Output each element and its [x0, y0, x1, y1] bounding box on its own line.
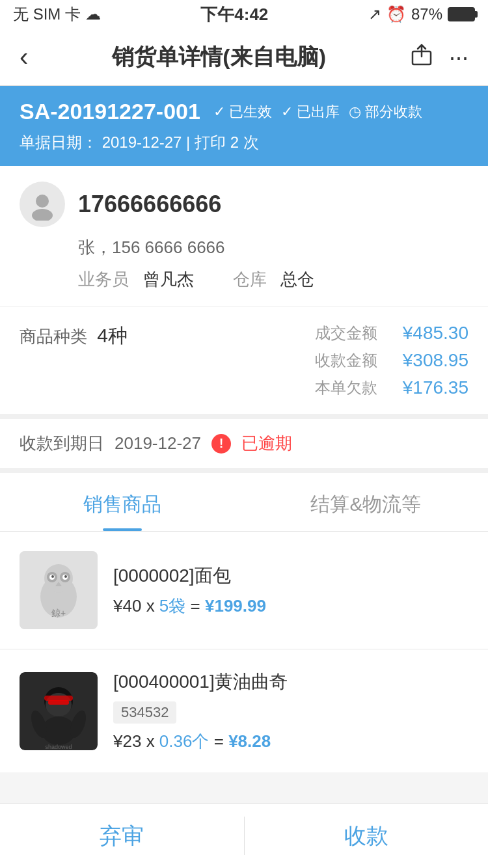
due-date-value: 2019-12-27 [115, 433, 201, 454]
tab-settlement[interactable]: 结算&物流等 [244, 473, 488, 531]
svg-point-2 [32, 209, 53, 221]
svg-rect-18 [44, 696, 73, 701]
product-list: 鲸+ [0000002]面包 ¥40 x 5袋 = ¥199.99 [0, 532, 488, 772]
product-info-2: [000400001]黄油曲奇 534532 ¥23 x 0.36个 = ¥8.… [113, 670, 468, 753]
order-header: SA-20191227-001 ✓ 已生效 ✓ 已出库 ◷ 部分收款 单据日期：… [0, 86, 488, 166]
warehouse-label: 仓库 [233, 269, 267, 289]
customer-section: 17666666666 张，156 6666 6666 业务员 曾凡杰 仓库 总… [0, 166, 488, 307]
product-qty-1: 5袋 [159, 596, 185, 616]
order-date: 单据日期： 2019-12-27 | 打印 2 次 [20, 132, 468, 153]
deal-amount-value: ¥485.30 [390, 323, 468, 344]
product-qty-2: 0.36个 [159, 731, 210, 751]
debt-value: ¥176.35 [390, 377, 468, 398]
due-date-section: 收款到期日 2019-12-27 ! 已逾期 [0, 419, 488, 473]
order-id: SA-20191227-001 [20, 99, 200, 124]
sim-status: 无 SIM 卡 ☁ [13, 4, 101, 25]
status-right: ↗ ⏰ 87% [368, 5, 475, 23]
product-type-count: 商品种类 4种 [20, 323, 128, 349]
page-title: 销货单详情(来自电脑) [112, 42, 326, 72]
stats-section: 商品种类 4种 成交金额 ¥485.30 收款金额 ¥308.95 本单欠款 ¥… [0, 307, 488, 419]
deal-amount-row: 成交金额 ¥485.30 [315, 323, 468, 344]
status-badges: ✓ 已生效 ✓ 已出库 ◷ 部分收款 [213, 102, 422, 122]
product-total-2: ¥8.28 [228, 731, 271, 751]
svg-text:鲸+: 鲸+ [51, 608, 66, 618]
status-time: 下午4:42 [200, 3, 268, 26]
product-item-1: 鲸+ [0000002]面包 ¥40 x 5袋 = ¥199.99 [0, 532, 488, 649]
product-name-2: [000400001]黄油曲奇 [113, 670, 468, 694]
received-label: 收款金额 [315, 350, 377, 371]
overdue-text: 已逾期 [241, 432, 292, 455]
share-icon[interactable] [410, 42, 433, 72]
received-value: ¥308.95 [390, 350, 468, 371]
debt-label: 本单欠款 [315, 377, 377, 398]
svg-point-11 [64, 575, 67, 578]
svg-point-1 [36, 195, 49, 208]
svg-point-10 [51, 575, 54, 578]
customer-id: 17666666666 [78, 191, 221, 218]
more-icon[interactable]: ··· [449, 44, 468, 71]
battery-level: 87% [411, 5, 442, 23]
badge-partial: ◷ 部分收款 [349, 102, 422, 122]
product-info-1: [0000002]面包 ¥40 x 5袋 = ¥199.99 [113, 563, 468, 617]
status-left: 无 SIM 卡 ☁ [13, 4, 101, 25]
product-thumb-1: 鲸+ [20, 551, 98, 629]
warehouse-value: 总仓 [280, 269, 314, 289]
product-tag-2: 534532 [113, 701, 176, 724]
svg-text:shadowed: shadowed [45, 744, 72, 750]
product-price-2: ¥23 x 0.36个 = ¥8.28 [113, 730, 468, 753]
tab-bar: 销售商品 结算&物流等 [0, 473, 488, 532]
customer-contact: 张，156 6666 6666 [20, 236, 468, 259]
overdue-icon: ! [211, 434, 231, 454]
nav-bar: ‹ 销货单详情(来自电脑) ··· [0, 29, 488, 86]
product-thumb-2: shadowed [20, 672, 98, 750]
debt-row: 本单欠款 ¥176.35 [315, 377, 468, 398]
tab-products[interactable]: 销售商品 [0, 473, 244, 531]
salesman-label: 业务员 [78, 269, 129, 289]
customer-row: 17666666666 [20, 182, 468, 227]
deal-amount-label: 成交金额 [315, 323, 377, 344]
product-name-1: [0000002]面包 [113, 563, 468, 588]
received-amount-row: 收款金额 ¥308.95 [315, 350, 468, 371]
bottom-bar: 弃审 收款 [0, 803, 488, 868]
badge-active: ✓ 已生效 [213, 102, 272, 122]
confirm-button[interactable]: 收款 [245, 804, 489, 868]
battery-icon [448, 7, 475, 21]
salesman-value: 曾凡杰 [143, 269, 194, 289]
alarm-icon: ⏰ [386, 5, 406, 23]
svg-rect-17 [48, 700, 69, 705]
product-item-2: shadowed [000400001]黄油曲奇 534532 ¥23 x 0.… [0, 650, 488, 772]
cancel-button[interactable]: 弃审 [0, 804, 244, 868]
nav-actions: ··· [410, 42, 468, 72]
avatar [20, 182, 65, 227]
status-bar: 无 SIM 卡 ☁ 下午4:42 ↗ ⏰ 87% [0, 0, 488, 29]
product-price-1: ¥40 x 5袋 = ¥199.99 [113, 595, 468, 617]
badge-shipped: ✓ 已出库 [281, 102, 340, 122]
financial-stats: 成交金额 ¥485.30 收款金额 ¥308.95 本单欠款 ¥176.35 [315, 323, 468, 398]
back-button[interactable]: ‹ [20, 42, 28, 72]
location-icon: ↗ [368, 5, 381, 23]
product-total-1: ¥199.99 [205, 596, 266, 616]
customer-meta: 业务员 曾凡杰 仓库 总仓 [20, 268, 468, 291]
due-date-label: 收款到期日 [20, 432, 104, 455]
